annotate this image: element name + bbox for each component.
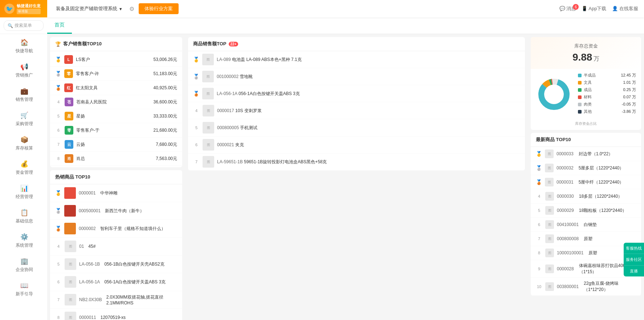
product-sales-header: 商品销售额TOP 22+ (188, 37, 525, 51)
silver-medal-icon: 🥈 (193, 74, 199, 79)
customer-amount: 36,600.00元 (154, 99, 177, 105)
app-download[interactable]: 📱 App下载 (582, 5, 606, 12)
sidebar-item-资金管理[interactable]: 💰资金管理 (0, 156, 47, 180)
legend-name: 成品 (584, 87, 621, 93)
donut-chart (536, 76, 572, 112)
product-image: 图 (202, 54, 214, 65)
hot-products-title: 热销商品 TOP10 (55, 174, 90, 180)
inventory-value: 9.88 (572, 52, 592, 63)
rank-number: 7 (193, 160, 200, 164)
float-service-item-直播[interactable]: 直播 (624, 266, 644, 276)
settings-icon[interactable]: ⚙ (129, 5, 134, 12)
product-placeholder: 图 (65, 312, 76, 320)
product-image: 图 (545, 282, 554, 291)
nav-icon: 📊 (20, 184, 28, 192)
legend-color (578, 88, 582, 92)
customer-avatar: L (64, 55, 73, 64)
legend-value: 0.25 万 (623, 87, 636, 93)
float-service-item-服务社区[interactable]: 服务社区 (624, 254, 644, 265)
float-service-item-客服热线[interactable]: 客服热线 (624, 243, 644, 254)
legend-color (578, 110, 582, 114)
customer-name: 苍南县人民医院 (76, 99, 151, 105)
legend-item: 成品 0.25 万 (578, 87, 636, 93)
product-code: 0000017 (217, 108, 234, 113)
product-placeholder: 图 (65, 276, 76, 288)
float-service: 客服热线服务社区直播 (624, 243, 644, 276)
hot-product-code: LA-056-1B (79, 262, 100, 267)
system-selector[interactable]: 装备及固定资产辅助管理系统 ▾ (53, 4, 125, 13)
rank-number: 10 (536, 284, 542, 289)
newest-product-item: 10 图 003800001 22g鱼豆腐-烧烤味（1*12*20） (531, 278, 641, 296)
nav-icon: 📖 (20, 282, 28, 290)
product-image: 图 (545, 192, 554, 201)
newest-product-name: 18颗粒板（1220*2440） (579, 208, 636, 214)
rank-number: 7 (55, 298, 62, 302)
newest-product-item: 5 图 0000029 18颗粒板（1220*2440） (531, 204, 641, 218)
customer-amount: 7,680.00元 (156, 141, 177, 148)
nav-label: 基础信息 (16, 218, 33, 224)
logo-icon: 🐦 (4, 4, 15, 14)
customer-rank-item: 5 星 星扬 33,333.00元 (50, 109, 182, 123)
sidebar-item-新手引导[interactable]: 📖新手引导 (0, 277, 47, 301)
hot-product-item: 5 图 LA-056-1B 056-1B白色按键开关壳ABS2克 (50, 255, 182, 273)
message-icon: 💬 (559, 6, 565, 11)
sidebar-item-库存核算[interactable]: 📦库存核算 (0, 131, 47, 156)
sidebar-item-销售管理[interactable]: 💼销售管理 (0, 83, 47, 107)
sidebar-item-企业协同[interactable]: 🏢企业协同 (0, 253, 47, 277)
bronze-medal-icon: 🥉 (55, 226, 61, 231)
nav-label: 新手引导 (16, 291, 33, 297)
trial-button[interactable]: 体验行业方案 (139, 3, 179, 14)
nav-icon: 📢 (20, 63, 28, 71)
newest-product-name: 封边带（1.0*22） (579, 151, 636, 157)
product-rank-item: 🥇 图 LA-089 电池盖 LA-089 ABS本色+黑种 7.1克 (188, 51, 525, 68)
product-sales-card: 商品销售额TOP 22+ 🥇 图 LA-089 电池盖 LA-089 ABS本色… (188, 37, 525, 171)
hot-products-list: 🥇 0000001 中华神雕 🥈 000500001 新西兰牛肉（新牛） 🥉 0… (50, 184, 182, 320)
sidebar-search[interactable]: 🔍 搜索菜单 (0, 17, 47, 34)
nav-label: 资金管理 (16, 169, 33, 176)
product-sales-list: 🥇 图 LA-089 电池盖 LA-089 ABS本色+黑种 7.1克 🥈 图 … (188, 51, 525, 171)
sidebar-item-基础信息[interactable]: 📋基础信息 (0, 204, 47, 229)
legend-color (578, 74, 582, 77)
rank-number: 6 (55, 128, 62, 132)
legend-value: -3.86 万 (622, 109, 636, 114)
product-info: 0000017 10S 变刺罗浆 (217, 108, 520, 114)
gold-medal-icon: 🥇 (55, 190, 61, 196)
rank-number: 6 (536, 222, 542, 227)
product-info: LA-59651-1B 59651-1B旋转投影灯电池盒ABS黑色+58克 (217, 159, 520, 165)
product-image: 图 (545, 164, 554, 172)
sidebar-item-快捷导航[interactable]: 🏠快捷导航 (0, 34, 47, 58)
sidebar-item-经营管理[interactable]: 📊经营管理 (0, 180, 47, 204)
product-rank-item: 5 图 000800005 手机测试 (188, 119, 525, 136)
hot-products-header: 热销商品 TOP10 (50, 170, 182, 184)
sidebar-item-系统管理[interactable]: ⚙️系统管理 (0, 229, 47, 253)
search-menu-button[interactable]: 🔍 搜索菜单 (4, 20, 44, 31)
product-placeholder: 图 (65, 258, 76, 270)
customer-amount: 40,925.00元 (154, 85, 177, 91)
tab-home[interactable]: 首页 (47, 17, 72, 34)
hot-product-name: 12070519-xs (101, 315, 177, 320)
legend-value: 1.01 万 (623, 80, 636, 85)
online-service[interactable]: 👤 在线客服 (612, 5, 638, 12)
product-code: LA-089 (217, 57, 231, 62)
customer-rank-item: 6 零 零售客户-于 21,680.00元 (50, 123, 182, 138)
product-thumbnail (64, 205, 76, 217)
nav-label: 营销推广 (16, 72, 33, 78)
donut-section: 半成品 12.45 万 文具 1.01 万 成品 0.25 万 材料 0.07 … (531, 69, 641, 120)
product-info: LA-056-1A 056-1A白色按键开关盖ABS 3克 (217, 91, 520, 97)
system-name: 装备及固定资产辅助管理系统 (56, 5, 117, 12)
right-panel: 库存总资金 9.88 万 (528, 34, 644, 320)
mobile-icon: 📱 (582, 6, 587, 11)
sidebar-item-营销推广[interactable]: 📢营销推广 (0, 58, 47, 83)
gold-medal-icon: 🥇 (55, 57, 61, 62)
nav-icon: 💰 (20, 160, 28, 168)
topbar-right: 💬 消息 6 📱 App下载 👤 在线客服 (559, 5, 638, 12)
nav-icon: 🏠 (20, 38, 28, 46)
middle-panel: 商品销售额TOP 22+ 🥇 图 LA-089 电池盖 LA-089 ABS本色… (185, 34, 528, 320)
search-icon: 🔍 (8, 23, 13, 28)
product-thumbnail (64, 223, 76, 234)
customer-name: 肖总 (76, 156, 153, 162)
sidebar-item-采购管理[interactable]: 🛒采购管理 (0, 107, 47, 131)
message-badge-container[interactable]: 💬 消息 6 (559, 5, 576, 12)
customer-avatar: 零 (64, 69, 73, 78)
rank-number: 5 (193, 126, 200, 130)
